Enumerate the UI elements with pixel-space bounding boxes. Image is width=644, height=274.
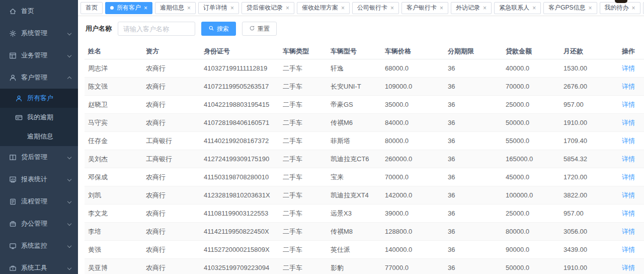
tab-2[interactable]: 逾期信息×	[155, 2, 196, 14]
table-cell: 3439.00	[564, 241, 619, 259]
detail-link[interactable]: 详情	[622, 64, 635, 72]
action-cell: 详情	[619, 186, 644, 204]
close-icon[interactable]: ×	[532, 5, 536, 11]
table-cell: 农商行	[146, 259, 204, 274]
action-cell: 详情	[619, 204, 644, 223]
table-cell: 410721199505263517	[204, 78, 283, 96]
customers-table: 姓名资方身份证号车辆类型车辆型号车辆价格分期期限贷款金额月还款操作 周志洋农商行…	[85, 44, 644, 274]
table-cell: 农商行	[146, 78, 204, 96]
table-cell: 35000.0	[385, 96, 448, 114]
tab-6[interactable]: 公司银行卡×	[352, 2, 399, 14]
sidebar-item-1[interactable]: 系统管理	[0, 22, 78, 44]
table-cell: 36	[448, 259, 506, 274]
close-icon[interactable]: ×	[632, 5, 635, 11]
sidebar-item-3[interactable]: 客户管理	[0, 66, 78, 89]
close-icon[interactable]: ×	[144, 5, 147, 11]
sidebar-subitem-1[interactable]: 我的逾期	[0, 108, 78, 127]
sidebar-item-9[interactable]: 系统工具	[0, 257, 78, 274]
table-cell: 55000.0	[506, 132, 564, 150]
tab-4[interactable]: 贷后催收记录×	[242, 2, 294, 14]
sidebar-item-0[interactable]: 首页	[0, 0, 78, 22]
close-icon[interactable]: ×	[187, 5, 191, 11]
table-cell: 二手车	[283, 168, 331, 186]
table-cell: 957.00	[564, 204, 619, 223]
tab-8[interactable]: 外访记录×	[451, 2, 492, 14]
flow-icon	[9, 198, 17, 206]
customer-icon	[15, 95, 23, 102]
sidebar-subitem-label: 我的逾期	[27, 113, 71, 122]
detail-link[interactable]: 详情	[622, 210, 635, 217]
detail-link[interactable]: 详情	[622, 101, 635, 108]
detail-link[interactable]: 详情	[622, 264, 635, 271]
reset-button[interactable]: 重置	[242, 22, 277, 36]
detail-link[interactable]: 详情	[622, 83, 635, 90]
gear-icon	[9, 30, 17, 37]
table-row: 邓保成农商行411503198708280010二手车宝来70000.03645…	[85, 168, 644, 186]
table-cell: 36	[448, 114, 506, 132]
table-cell: 36	[448, 150, 506, 168]
sidebar-subitem-0[interactable]: 所有客户	[0, 89, 78, 108]
sidebar-item-6[interactable]: 流程管理	[0, 190, 78, 213]
cropped-overlay-fragment	[615, 0, 627, 3]
tab-3[interactable]: 订单详情×	[198, 2, 239, 14]
close-icon[interactable]: ×	[286, 5, 289, 11]
tab-9[interactable]: 紧急联系人×	[494, 2, 541, 14]
tab-label: 客户银行卡	[407, 4, 437, 12]
sidebar-subitem-2[interactable]: 逾期信息	[0, 127, 78, 146]
search-icon	[208, 25, 214, 33]
detail-link[interactable]: 详情	[622, 155, 635, 163]
sidebar-item-label: 系统监控	[21, 241, 68, 250]
sidebar-subitem-label: 所有客户	[27, 94, 71, 103]
detail-link[interactable]: 详情	[622, 137, 635, 145]
tab-7[interactable]: 客户银行卡×	[401, 2, 448, 14]
table-cell: 70000.0	[506, 78, 564, 96]
close-icon[interactable]: ×	[230, 5, 234, 11]
table-cell: 农商行	[146, 168, 204, 186]
detail-link[interactable]: 详情	[622, 191, 635, 199]
table-row: 吴刘杰工商银行412724199309175190二手车凯迪拉克CT626000…	[85, 150, 644, 168]
detail-link[interactable]: 详情	[622, 173, 635, 181]
table-cell: 长安UNI-T	[331, 78, 385, 96]
table-cell: 二手车	[283, 204, 331, 223]
sidebar-menu: 首页系统管理业务管理客户管理所有客户我的逾期逾期信息贷后管理报表统计流程管理办公…	[0, 0, 78, 274]
sidebar-item-4[interactable]: 贷后管理	[0, 146, 78, 168]
close-icon[interactable]: ×	[483, 5, 487, 11]
table-cell: 36	[448, 132, 506, 150]
detail-link[interactable]: 详情	[622, 119, 635, 126]
table-cell: 英仕派	[331, 241, 385, 259]
sidebar-item-label: 报表统计	[21, 175, 68, 184]
table-cell: 36	[448, 223, 506, 241]
tab-11[interactable]: 我的待办×	[600, 2, 640, 14]
close-icon[interactable]: ×	[390, 5, 394, 11]
close-icon[interactable]: ×	[341, 5, 345, 11]
tab-1[interactable]: 所有客户×	[105, 2, 152, 14]
sidebar-item-label: 贷后管理	[21, 153, 68, 162]
table-header: 姓名资方身份证号车辆类型车辆型号车辆价格分期期限贷款金额月还款操作	[85, 44, 644, 59]
table-cell: 109000.0	[385, 78, 448, 96]
content: 用户名称 搜索 重置	[78, 16, 644, 274]
tab-0[interactable]: 首页	[80, 2, 103, 14]
table-cell: 传祺M8	[331, 223, 385, 241]
table-cell: 165000.0	[506, 150, 564, 168]
sidebar-item-7[interactable]: 办公管理	[0, 213, 78, 235]
tab-5[interactable]: 催收处理方案×	[297, 2, 350, 14]
close-icon[interactable]: ×	[440, 5, 443, 11]
sidebar-item-2[interactable]: 业务管理	[0, 44, 78, 66]
tab-label: 订单详情	[203, 4, 227, 12]
table-row: 李培农商行41142119950822450X二手车传祺M8128800.036…	[85, 223, 644, 241]
search-button[interactable]: 搜索	[201, 22, 236, 36]
action-cell: 详情	[619, 114, 644, 132]
table-cell: 1530.00	[564, 59, 619, 78]
detail-link[interactable]: 详情	[622, 246, 635, 253]
table-cell: 二手车	[283, 223, 331, 241]
table-cell: 36	[448, 96, 506, 114]
detail-link[interactable]: 详情	[622, 228, 635, 235]
table-cell: 70000.0	[385, 168, 448, 186]
table-cell: 410327199111112819	[204, 59, 283, 78]
close-icon[interactable]: ×	[588, 5, 592, 11]
customer-name-input[interactable]	[118, 22, 195, 36]
tab-10[interactable]: 客户GPS信息×	[543, 2, 597, 14]
sidebar-item-5[interactable]: 报表统计	[0, 168, 78, 190]
table-cell: 凯迪拉克XT4	[331, 186, 385, 204]
sidebar-item-8[interactable]: 系统监控	[0, 235, 78, 257]
